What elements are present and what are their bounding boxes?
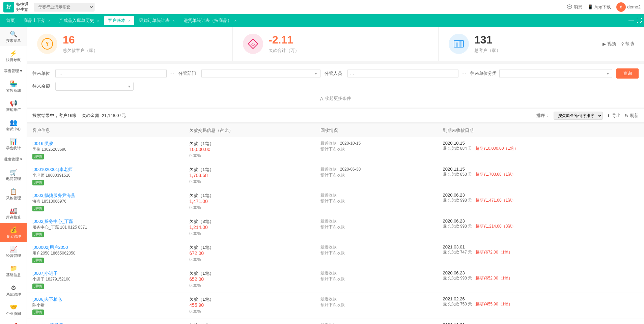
- customer-id-name[interactable]: [000002]用户2050: [32, 244, 178, 251]
- tab-close-customer[interactable]: ×: [128, 19, 130, 23]
- filter-label-dept: 分管部门: [178, 70, 199, 77]
- collapse-filter-button[interactable]: ⋀ 收起更多条件: [32, 94, 639, 103]
- customer-tag: 现销: [32, 154, 44, 159]
- cell-duedate-3: 2020.06.23 最长欠款 998 天 超期¥1,214.00（3笔）: [438, 215, 644, 241]
- cell-debt-7: 欠款（1笔） 429.00 0.00%: [184, 319, 315, 324]
- overdue-link[interactable]: 超期¥455.90（1笔）: [475, 302, 512, 306]
- cell-debt-6: 欠款（1笔） 455.90 0.00%: [184, 293, 315, 319]
- sidebar-item-purchase[interactable]: 📋 采购管理: [0, 184, 27, 204]
- overdue-link[interactable]: 超期¥1,214.00（3笔）: [475, 224, 516, 229]
- logo-icon: 好: [3, 2, 14, 12]
- cell-customer-6: [0006]去下粮仓 陈小希 现销: [27, 293, 184, 319]
- tab-close-production[interactable]: ×: [97, 19, 99, 23]
- app-download-button[interactable]: 📱 App下载: [588, 4, 611, 10]
- help-button[interactable]: ? 帮助: [621, 41, 634, 47]
- sidebar-item-ecommerce[interactable]: 🛒 电商管理: [0, 165, 27, 184]
- cell-recovery-0: 最近收款 2020-10-15 预计下次收款: [315, 137, 438, 163]
- tab-product-status[interactable]: 商品上下架 ×: [20, 16, 54, 25]
- filter-unitcat-wrap: ▼: [499, 69, 612, 78]
- customer-id-name[interactable]: [0002]服务中心_丁磊: [32, 218, 178, 225]
- refresh-button[interactable]: ↻ 刷新: [625, 113, 639, 119]
- filter-unit-category: 往来单位分类 ▼: [470, 69, 612, 78]
- from-unit-more-icon[interactable]: ···: [169, 70, 174, 77]
- minimize-icon[interactable]: —: [628, 18, 634, 24]
- filter-input-from-unit[interactable]: [55, 69, 167, 78]
- cell-duedate-0: 2020.10.15 最长欠款 884 天 超期¥10,000.00（1笔）: [438, 137, 644, 163]
- customer-id-name[interactable]: [0006]去下粮仓: [32, 296, 178, 302]
- tab-purchase-order[interactable]: 采购订单统计表 ×: [135, 16, 178, 25]
- app-selector[interactable]: 母婴行业演示账套: [34, 3, 94, 11]
- debt-amount[interactable]: 1,703.68: [189, 173, 309, 178]
- sidebar-item-marketing[interactable]: 📢 营销推广: [0, 96, 27, 115]
- tab-import-stats[interactable]: 进货单统计表（按商品） ×: [179, 16, 241, 25]
- table-row: [000001]黄思源 黄思源 13552700226 现销 欠款（1笔） 42…: [27, 319, 644, 324]
- customer-id-name[interactable]: [0016]吴俊: [32, 141, 178, 147]
- video-button[interactable]: ▶ 视频: [603, 41, 616, 47]
- sidebar-item-batch-mgmt[interactable]: 批发管理 ▼: [0, 154, 27, 165]
- app-select[interactable]: 母婴行业演示账套: [34, 3, 94, 11]
- person-more-icon[interactable]: ···: [461, 70, 466, 77]
- overdue-link[interactable]: 超期¥10,000.00（1笔）: [475, 146, 518, 151]
- export-button[interactable]: ⬆ 导出: [607, 113, 621, 119]
- stats-row: ¥ 16 总欠款客户（家） ◇ -2.11 欠款合计（万）: [27, 27, 644, 61]
- ecommerce-icon: 🛒: [10, 169, 17, 176]
- sidebar-item-member[interactable]: 👥 会员中心: [0, 115, 27, 135]
- stat-label-amount: 欠款合计（万）: [269, 48, 299, 54]
- stat-card-total-customers: 131 总客户（家） ▶ 视频 ? 帮助: [439, 27, 644, 61]
- overdue-link[interactable]: 超期¥652.00（1笔）: [475, 276, 512, 281]
- sidebar-item-quick-nav[interactable]: ⚡ 快捷导航: [0, 46, 27, 65]
- overdue-link[interactable]: 超期¥1,471.00（1笔）: [475, 198, 516, 203]
- overdue-link[interactable]: 超期¥1,703.68（1笔）: [475, 172, 516, 177]
- search-button[interactable]: 查询: [616, 68, 639, 79]
- tab-customer-account[interactable]: 客户账本 ×: [104, 16, 134, 25]
- content-area: ¥ 16 总欠款客户（家） ◇ -2.11 欠款合计（万）: [27, 27, 644, 324]
- tab-production-history[interactable]: 产成品入库单历史 ×: [55, 16, 103, 25]
- stat-label-total: 总客户（家）: [474, 48, 501, 54]
- next-collect: 预计下次收款: [320, 276, 432, 282]
- debt-amount[interactable]: 455.90: [189, 302, 309, 308]
- tab-close-import[interactable]: ×: [234, 19, 236, 23]
- sidebar-item-system[interactable]: ⚙ 系统管理: [0, 281, 27, 300]
- customer-id-name[interactable]: [0003]畅捷服务尹海燕: [32, 193, 178, 199]
- basicinfo-icon: 📁: [10, 265, 17, 272]
- overdue-days: 最长欠款 750 天 超期¥455.90（1笔）: [443, 301, 639, 307]
- sidebar-item-corp-collab[interactable]: 🤝 企业协同: [0, 300, 27, 319]
- tab-close-product[interactable]: ×: [48, 19, 50, 23]
- sidebar-item-operations[interactable]: 📈 经营管理: [0, 242, 27, 261]
- sidebar-search[interactable]: 🔍 搜索菜单: [0, 27, 27, 46]
- customer-id-name[interactable]: [0001020001]李老师: [32, 167, 178, 173]
- sidebar-item-retail-mgmt[interactable]: 零售管理 ▼: [0, 65, 27, 77]
- user-avatar-button[interactable]: d demo2: [616, 2, 641, 12]
- maximize-icon[interactable]: ⛶: [637, 18, 642, 24]
- sidebar-item-inventory[interactable]: 🏭 库存核算: [0, 204, 27, 223]
- customer-id-name[interactable]: [0007]小进干: [32, 270, 178, 276]
- customer-id-name[interactable]: [000001]黄思源: [32, 322, 178, 324]
- message-icon: 💬: [567, 4, 572, 9]
- filter-select-balance[interactable]: [55, 82, 134, 91]
- sidebar-item-newbie[interactable]: 🚀 新手引导: [0, 319, 27, 324]
- debt-amount[interactable]: 1,214.00: [189, 225, 309, 230]
- debt-amount[interactable]: 652.00: [189, 276, 309, 282]
- tab-close-purchase[interactable]: ×: [172, 19, 174, 23]
- inventory-icon: 🏭: [10, 207, 17, 214]
- tab-home[interactable]: 首页: [2, 16, 19, 25]
- filter-input-person[interactable]: [347, 69, 459, 78]
- debt-percent: 0.00%: [189, 309, 309, 314]
- debt-amount[interactable]: 1,471.00: [189, 199, 309, 204]
- debt-amount[interactable]: 10,000.00: [189, 147, 309, 152]
- due-date-value: 2020.06.23: [443, 270, 639, 275]
- sidebar-item-basic-info[interactable]: 📁 基础信息: [0, 261, 27, 281]
- sidebar-item-retail-stats[interactable]: 📊 零售统计: [0, 135, 27, 154]
- filter-select-dept[interactable]: [201, 69, 320, 78]
- customer-tag: 现销: [32, 284, 44, 289]
- search-icon: 🔍: [10, 30, 17, 38]
- cell-debt-5: 欠款（1笔） 652.00 0.00%: [184, 267, 315, 293]
- debt-amount[interactable]: 672.00: [189, 251, 309, 256]
- filter-select-unitcat[interactable]: [499, 69, 612, 78]
- customer-tag: 现销: [32, 310, 44, 315]
- sort-select[interactable]: 按欠款金额倒序排序: [554, 112, 603, 120]
- sidebar-item-retail-mall[interactable]: 🏪 零售商城: [0, 77, 27, 96]
- overdue-link[interactable]: 超期¥672.00（1笔）: [475, 250, 512, 255]
- sidebar-item-finance[interactable]: 💰 资金管理: [0, 223, 27, 242]
- message-button[interactable]: 💬 消息: [567, 4, 582, 10]
